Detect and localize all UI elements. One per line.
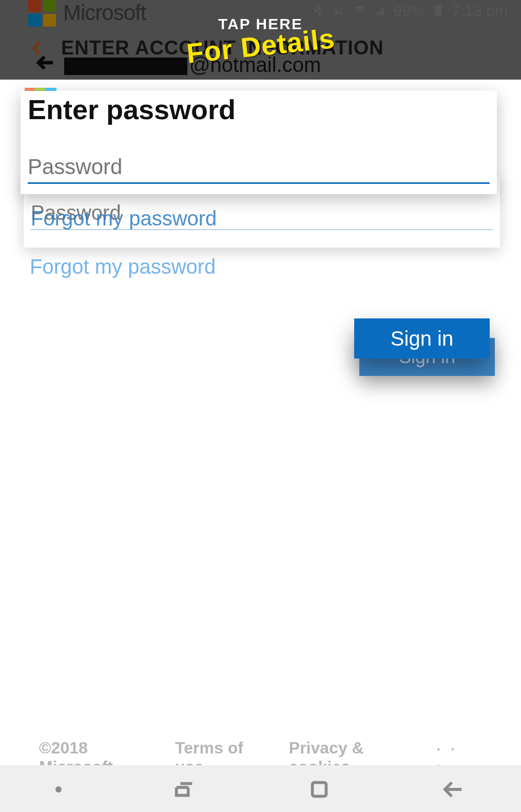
bluetooth-icon xyxy=(312,4,325,17)
svg-rect-3 xyxy=(312,783,326,797)
redacted-email-prefix xyxy=(64,58,187,75)
nav-back-icon[interactable] xyxy=(442,778,466,801)
battery-percent: 99% xyxy=(394,2,424,20)
wifi-icon xyxy=(353,4,366,17)
recent-apps-icon[interactable] xyxy=(172,778,196,801)
mute-icon xyxy=(332,4,345,17)
microsoft-logo-icon xyxy=(28,0,56,27)
svg-rect-0 xyxy=(435,6,441,16)
brand-row: Microsoft xyxy=(28,0,146,26)
ghost-forgot-link-overlap: Forgot my password xyxy=(31,207,217,230)
card-heading: Enter password xyxy=(28,93,236,125)
nav-dot-icon[interactable] xyxy=(55,786,62,792)
svg-rect-1 xyxy=(436,5,440,6)
password-card: Enter password xyxy=(21,90,497,194)
password-field-wrap[interactable] xyxy=(28,151,490,184)
forgot-password-link[interactable]: Forgot my password xyxy=(30,255,216,278)
card-accent-bar xyxy=(25,88,56,91)
signin-button[interactable]: Sign in xyxy=(354,318,490,358)
home-icon[interactable] xyxy=(307,778,331,801)
clock-text: 7:13 pm xyxy=(452,2,508,20)
password-input[interactable] xyxy=(28,151,490,182)
status-bar: 99% 7:13 pm xyxy=(312,2,508,20)
brand-text: Microsoft xyxy=(63,1,146,25)
battery-icon xyxy=(432,4,445,17)
signal-icon xyxy=(373,4,387,17)
system-nav-bar xyxy=(0,771,521,807)
back-arrow-icon[interactable] xyxy=(36,52,56,73)
